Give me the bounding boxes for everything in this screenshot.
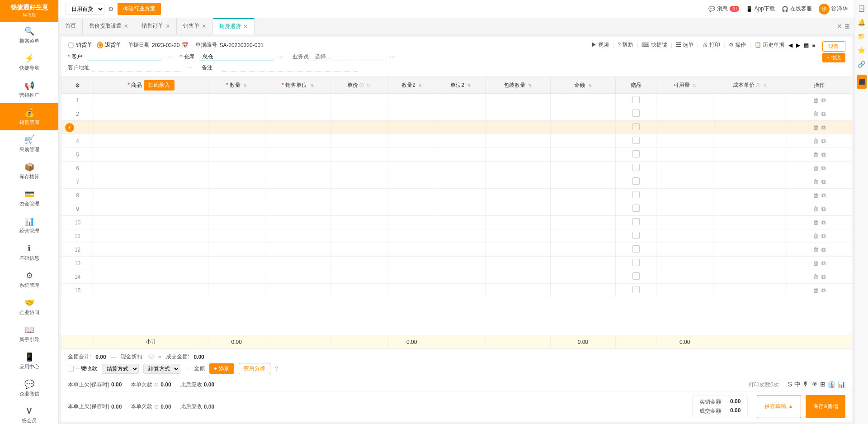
address-input[interactable] [92, 63, 182, 72]
amount-cell[interactable] [550, 148, 615, 162]
pkg-cell[interactable] [485, 189, 550, 202]
cost-cell[interactable] [713, 189, 787, 202]
qty2-cell[interactable] [387, 107, 436, 121]
unit2-cell[interactable] [436, 148, 485, 162]
qty2-cell[interactable] [387, 162, 436, 175]
product-cell[interactable] [94, 107, 208, 121]
unit-cell[interactable] [265, 189, 330, 202]
unit-cell[interactable] [265, 216, 330, 229]
product-cell[interactable] [94, 243, 208, 257]
cost-cell[interactable] [713, 134, 787, 148]
tab-home[interactable]: 首页 [59, 18, 83, 34]
gift-checkbox[interactable] [632, 272, 640, 280]
qty2-cell[interactable] [387, 270, 436, 284]
pkg-cell[interactable] [485, 162, 550, 175]
tab-price-setting[interactable]: 售价提取设置 ✕ [83, 18, 135, 34]
unit2-cell[interactable] [436, 257, 485, 270]
copy-icon[interactable]: ⧉ [821, 205, 826, 213]
qty2-cell[interactable] [387, 229, 436, 243]
unit2-cell[interactable] [436, 107, 485, 121]
qty2-cell[interactable] [387, 257, 436, 270]
amount-cell[interactable] [550, 284, 615, 297]
unit-cell[interactable] [265, 229, 330, 243]
zh-icon[interactable]: 中 [794, 381, 801, 389]
app-download-item[interactable]: 📱 App下载 [746, 5, 775, 13]
right-panel-icon-1[interactable]: 📋 [858, 5, 865, 12]
copy-icon[interactable]: ⧉ [821, 110, 826, 118]
unit2-cell[interactable] [436, 243, 485, 257]
avail-cell[interactable] [656, 202, 713, 216]
save-new-btn[interactable]: 保存&新增 [806, 395, 845, 418]
history-action[interactable]: 📋 历史单据 [755, 41, 784, 49]
qty2-cell[interactable] [387, 243, 436, 257]
customer-dots[interactable]: ··· [165, 53, 171, 61]
account-dots[interactable]: ··· [185, 366, 189, 372]
sidebar-item-basic[interactable]: ℹ 基础信息 [0, 239, 58, 266]
cost-cell[interactable] [713, 270, 787, 284]
avail-cell[interactable] [656, 229, 713, 243]
sort-icon[interactable]: ⇅ [418, 83, 422, 88]
sidebar-item-collab[interactable]: 🤝 企业协同 [0, 293, 58, 320]
unit-cell[interactable] [265, 270, 330, 284]
gift-cell[interactable] [615, 243, 656, 257]
unit2-cell[interactable] [436, 175, 485, 189]
gift-checkbox[interactable] [632, 218, 640, 225]
gift-cell[interactable] [615, 216, 656, 229]
one-key-pay-label[interactable]: 一键收款 [68, 365, 97, 372]
gift-cell[interactable] [615, 121, 656, 134]
product-cell[interactable] [94, 257, 208, 270]
gift-checkbox[interactable] [632, 123, 640, 130]
s-icon[interactable]: S [788, 381, 792, 389]
avail-cell[interactable] [656, 94, 713, 107]
pkg-cell[interactable] [485, 229, 550, 243]
product-cell[interactable] [94, 270, 208, 284]
cost-cell[interactable] [713, 121, 787, 134]
cost-cell[interactable] [713, 94, 787, 107]
gift-checkbox[interactable] [632, 259, 640, 266]
unit-cell[interactable] [265, 94, 330, 107]
gift-checkbox[interactable] [632, 177, 640, 185]
one-key-pay-checkbox[interactable] [68, 366, 74, 372]
qty-cell[interactable] [208, 229, 265, 243]
product-cell[interactable] [94, 216, 208, 229]
delete-icon[interactable]: 🗑 [813, 219, 819, 226]
right-panel-icon-5[interactable]: 🔗 [858, 61, 865, 68]
grid-icon[interactable]: ⊞ [820, 381, 826, 389]
delete-icon[interactable]: 🗑 [813, 178, 819, 186]
product-cell[interactable] [94, 134, 208, 148]
product-cell[interactable] [94, 202, 208, 216]
gift-cell[interactable] [615, 107, 656, 121]
unit-cell[interactable] [265, 134, 330, 148]
amount-cell[interactable] [550, 121, 615, 134]
copy-icon[interactable]: ⧉ [821, 178, 826, 186]
product-cell[interactable] [94, 284, 208, 297]
delete-icon[interactable]: 🗑 [813, 205, 819, 213]
warehouse-dots[interactable]: ··· [277, 53, 283, 61]
cost-cell[interactable] [713, 216, 787, 229]
qty-cell[interactable] [208, 257, 265, 270]
gift-cell[interactable] [615, 270, 656, 284]
cost-cell[interactable] [713, 107, 787, 121]
gift-checkbox[interactable] [632, 245, 640, 252]
industry-select[interactable]: 日用百货 [66, 4, 104, 14]
gift-cell[interactable] [615, 94, 656, 107]
unit-cell[interactable] [265, 107, 330, 121]
print-action[interactable]: 🖨 打印 [702, 41, 720, 49]
gear-icon[interactable]: ⚙ [75, 82, 80, 89]
avail-cell[interactable] [656, 189, 713, 202]
price-cell[interactable] [330, 94, 387, 107]
pkg-cell[interactable] [485, 107, 550, 121]
price-cell[interactable] [330, 121, 387, 134]
graph-icon[interactable]: 📊 [838, 381, 845, 389]
price-cell[interactable] [330, 134, 387, 148]
price-cell[interactable] [330, 216, 387, 229]
gift-cell[interactable] [615, 175, 656, 189]
sidebar-item-sales[interactable]: 💰 销售管理 [0, 103, 58, 130]
cost-cell[interactable] [713, 148, 787, 162]
amount-cell[interactable] [550, 216, 615, 229]
product-cell[interactable] [94, 94, 208, 107]
notification-item[interactable]: 💬 消息 70 [708, 5, 739, 13]
cost-cell[interactable] [713, 284, 787, 297]
gift-cell[interactable] [615, 202, 656, 216]
avail-cell[interactable] [656, 121, 713, 134]
